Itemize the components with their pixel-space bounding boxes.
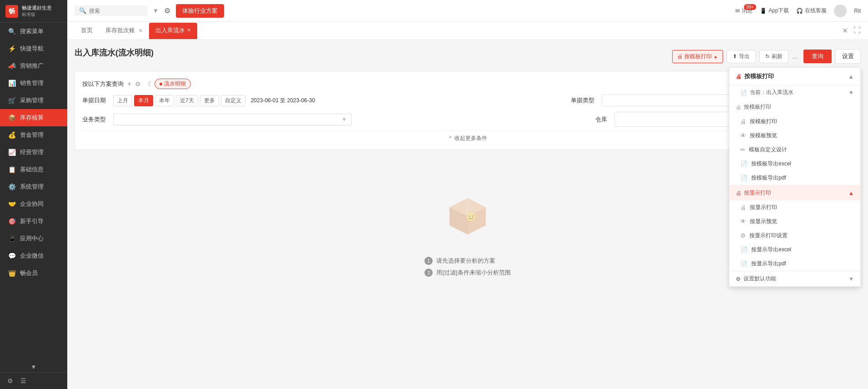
sidebar-item-label: 畅会员 xyxy=(20,269,38,277)
add-condition-btn[interactable]: + xyxy=(127,80,131,88)
template-print-item[interactable]: 🖨 按模板打印 xyxy=(729,115,860,129)
message-btn[interactable]: ✉ 消息 99+ xyxy=(735,7,753,15)
more-date-btn[interactable]: 更多 xyxy=(200,95,219,106)
sidebar-item-basic-info[interactable]: 📋 基础信息 xyxy=(0,161,67,178)
window-close-icon[interactable]: ✕ xyxy=(842,26,848,35)
page-header-toolbar: 出入库流水(流水明细) 🖨 按模板打印 ▲ ⬆ 导出 ↻ 刷新 xyxy=(75,47,861,65)
scroll-down-indicator[interactable]: ▼ xyxy=(0,362,67,372)
sidebar-item-label: 资金管理 xyxy=(20,131,44,139)
template-section-header[interactable]: 🖨 按模板打印 xyxy=(729,100,860,115)
sidebar-item-system[interactable]: ⚙️ 系统管理 xyxy=(0,178,67,195)
last-7-days-btn[interactable]: 近7天 xyxy=(176,95,198,106)
sidebar-item-sales[interactable]: 📊 销售管理 xyxy=(0,75,67,92)
app-download-btn[interactable]: 📱 App下载 xyxy=(760,7,789,15)
print-icon: 🖨 xyxy=(677,53,683,60)
filter-collapse-icon[interactable]: 《 xyxy=(145,80,151,88)
search-input[interactable] xyxy=(89,8,143,14)
sidebar-item-operations[interactable]: 📈 经营管理 xyxy=(0,144,67,161)
trial-btn[interactable]: 体验行业方案 xyxy=(176,4,224,18)
sidebar-item-vip-member[interactable]: 👑 畅会员 xyxy=(0,264,67,282)
search-icon: 🔍 xyxy=(79,7,86,14)
dropdown-print-icon: 🖨 xyxy=(736,73,742,80)
logo-title: 畅捷通好生意 xyxy=(22,5,52,11)
display-print-item[interactable]: 🖨 按显示打印 xyxy=(729,200,860,214)
logo-icon: 畅 xyxy=(5,5,18,18)
sidebar-item-marketing[interactable]: 📣 营销推广 xyxy=(0,57,67,75)
window-controls: ✕ ⛶ xyxy=(842,26,861,35)
sidebar-menu-icon[interactable]: ☰ xyxy=(20,377,26,384)
app-download-label: App下载 xyxy=(768,7,789,15)
sidebar-nav: 🔍 搜索菜单 ⚡ 快捷导航 📣 营销推广 📊 销售管理 🛒 采购管理 📦 库存核… xyxy=(0,23,67,362)
sidebar-item-guide[interactable]: 🎯 新手引导 xyxy=(0,213,67,230)
display-pdf-icon: 📄 xyxy=(740,260,748,267)
export-btn[interactable]: ⬆ 导出 xyxy=(727,50,756,63)
refresh-btn[interactable]: ↻ 刷新 xyxy=(759,50,788,63)
display-export-pdf-item[interactable]: 📄 按显示导出pdf xyxy=(729,257,860,271)
sidebar-item-quick-nav[interactable]: ⚡ 快捷导航 xyxy=(0,40,67,57)
username-label: Rit xyxy=(854,8,861,14)
template-custom-item[interactable]: ✏ 模板自定义设计 xyxy=(729,143,860,157)
template-custom-label: 模板自定义设计 xyxy=(749,146,787,154)
logo-subtitle: 标准版 xyxy=(22,11,52,18)
sidebar-settings-icon[interactable]: ⚙ xyxy=(7,377,13,384)
current-month-btn[interactable]: 本月 xyxy=(134,95,153,106)
window-expand-icon[interactable]: ⛶ xyxy=(853,26,861,35)
display-print-settings-item[interactable]: ⚙ 按显示打印设置 xyxy=(729,229,860,243)
tab-flow-label: 出入库流水 xyxy=(155,26,185,35)
search-box[interactable]: 🔍 xyxy=(75,5,147,16)
tab-home[interactable]: 首页 xyxy=(75,23,99,39)
online-service-label: 在线客服 xyxy=(805,7,827,15)
collapse-btn[interactable]: ⌃ 收起更多条件 xyxy=(448,135,487,142)
empty-step-2: 2 用[过滤]条件来缩小分析范围 xyxy=(424,269,510,277)
template-export-excel-item[interactable]: 📄 按模板导出excel xyxy=(729,157,860,171)
settings-btn[interactable]: 设置 xyxy=(835,49,861,64)
template-section-label: 按模板打印 xyxy=(744,103,771,111)
display-section-header[interactable]: 🖨 按显示打印 ▲ xyxy=(729,185,860,200)
refresh-label: 刷新 xyxy=(772,53,783,60)
tab-batch-close-icon[interactable]: ✕ xyxy=(139,28,143,33)
step-2-label: 用[过滤]条件来缩小分析范围 xyxy=(436,269,510,277)
template-preview-item[interactable]: 👁 按模板预览 xyxy=(729,129,860,143)
display-preview-icon: 👁 xyxy=(740,218,746,225)
business-type-label: 业务类型 xyxy=(82,115,106,124)
display-preview-item[interactable]: 👁 按显示预览 xyxy=(729,214,860,229)
filter-tag-item[interactable]: 流水明细 xyxy=(155,79,191,89)
online-service-btn[interactable]: 🎧 在线客服 xyxy=(796,7,827,15)
tab-batch-account[interactable]: 库存批次账 ✕ xyxy=(99,23,149,39)
sidebar-item-label: 销售管理 xyxy=(20,79,44,87)
dropdown-footer[interactable]: ⚙ 设置默认功能 ▼ xyxy=(729,271,860,286)
sidebar-item-app-center[interactable]: 📱 应用中心 xyxy=(0,230,67,247)
sidebar-item-inventory[interactable]: 📦 库存核算 xyxy=(0,109,67,126)
sidebar-item-enterprise-wechat[interactable]: 💬 企业微信 xyxy=(0,247,67,264)
print-template-btn[interactable]: 🖨 按模板打印 ▲ xyxy=(672,50,723,63)
dropdown-current-section[interactable]: 📄 当前：出入库流水 ▼ xyxy=(729,85,860,100)
print-chevron-icon: ▲ xyxy=(713,54,718,59)
display-export-excel-label: 按显示导出excel xyxy=(751,246,791,254)
sidebar-item-purchase[interactable]: 🛒 采购管理 xyxy=(0,92,67,109)
gear-icon: ⚙️ xyxy=(7,183,16,190)
dropdown-close-icon[interactable]: ▲ xyxy=(848,73,854,80)
filter-settings-icon[interactable]: ⚙ xyxy=(135,80,141,88)
tab-flow[interactable]: 出入库流水 ✕ xyxy=(149,23,197,39)
dropdown-title: 按模板打印 xyxy=(744,72,774,80)
sidebar-item-enterprise[interactable]: 🤝 企业协同 xyxy=(0,195,67,213)
prev-month-btn[interactable]: 上月 xyxy=(113,95,132,106)
clipboard-icon: 📋 xyxy=(7,166,16,173)
business-type-select[interactable]: ▼ xyxy=(113,114,352,125)
sidebar-item-finance[interactable]: 💰 资金管理 xyxy=(0,126,67,144)
tab-batch-label: 库存批次账 xyxy=(105,27,135,34)
sidebar-item-search-menu[interactable]: 🔍 搜索菜单 xyxy=(0,23,67,40)
flash-icon: ⚡ xyxy=(7,45,16,52)
sidebar-item-label: 快捷导航 xyxy=(20,45,44,53)
query-btn[interactable]: 查询 xyxy=(803,50,832,63)
template-export-pdf-item[interactable]: 📄 按模板导出pdf xyxy=(729,171,860,185)
current-year-btn[interactable]: 本年 xyxy=(155,95,174,106)
sidebar-item-label: 搜索菜单 xyxy=(20,27,44,35)
tab-flow-close-icon[interactable]: ✕ xyxy=(187,27,191,33)
topbar-gear-icon[interactable]: ⚙ xyxy=(164,6,170,15)
date-filter-group: 上月 本月 本年 近7天 更多 自定义 2023-06-01 至 2023-06… xyxy=(113,95,315,106)
display-export-excel-item[interactable]: 📄 按显示导出excel xyxy=(729,243,860,257)
custom-date-btn[interactable]: 自定义 xyxy=(221,95,245,106)
user-avatar[interactable] xyxy=(834,5,847,17)
more-options-icon[interactable]: ... xyxy=(792,52,798,60)
